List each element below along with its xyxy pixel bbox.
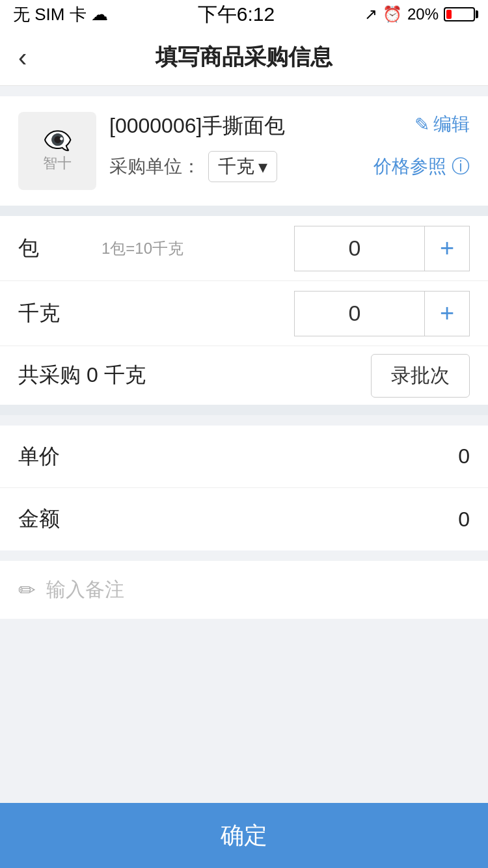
main-content: 👁️‍🗨️ 智十 [0000006]手撕面包 ✎ 编辑 采购单位： 千克 ▾ bbox=[0, 96, 488, 868]
status-right: ↗ ⏰ 20% bbox=[364, 5, 475, 23]
unit-value: 千克 bbox=[218, 154, 254, 179]
package-row: 包 1包=10千克 + bbox=[0, 216, 488, 281]
kg-quantity-box: + bbox=[294, 291, 470, 336]
product-unit: 采购单位： 千克 ▾ bbox=[109, 151, 277, 182]
confirm-button[interactable]: 确定 bbox=[0, 803, 488, 868]
back-button[interactable]: ‹ bbox=[18, 44, 27, 70]
remark-section[interactable]: ✏ 输入备注 bbox=[0, 561, 488, 619]
nav-bar: ‹ 填写商品采购信息 bbox=[0, 29, 488, 86]
kg-label: 千克 bbox=[18, 299, 96, 328]
unit-price-value: 0 bbox=[458, 444, 470, 468]
battery-icon bbox=[444, 7, 475, 21]
price-ref-label: 价格参照 bbox=[373, 154, 446, 179]
total-label: 共采购 0 千克 bbox=[18, 361, 146, 390]
unit-price-label: 单价 bbox=[18, 442, 60, 471]
kg-quantity-input[interactable] bbox=[294, 291, 424, 336]
edit-button[interactable]: ✎ 编辑 bbox=[414, 112, 470, 137]
brand-label: 智十 bbox=[43, 154, 72, 173]
alarm-icon: ⏰ bbox=[383, 5, 402, 23]
package-label: 包 bbox=[18, 234, 96, 263]
location-icon: ↗ bbox=[364, 5, 377, 23]
total-amount: 0 bbox=[87, 363, 98, 387]
amount-label: 金额 bbox=[18, 505, 60, 534]
edit-icon: ✎ bbox=[414, 114, 429, 135]
unit-prefix-label: 采购单位： bbox=[109, 154, 200, 179]
input-section: 包 1包=10千克 + 千克 + bbox=[0, 216, 488, 346]
package-quantity-box: + bbox=[294, 226, 470, 271]
dropdown-arrow: ▾ bbox=[258, 156, 267, 178]
remark-placeholder: 输入备注 bbox=[46, 576, 124, 603]
product-image: 👁️‍🗨️ 智十 bbox=[18, 112, 96, 190]
product-unit-row: 采购单位： 千克 ▾ 价格参照 ⓘ bbox=[109, 151, 470, 182]
divider-1 bbox=[0, 206, 488, 216]
product-name: [0000006]手撕面包 bbox=[109, 112, 285, 141]
price-section: 单价 0 金额 0 bbox=[0, 426, 488, 550]
product-logo: 👁️‍🗨️ 智十 bbox=[43, 129, 72, 173]
package-plus-button[interactable]: + bbox=[424, 226, 470, 271]
price-reference-button[interactable]: 价格参照 ⓘ bbox=[373, 154, 470, 179]
kg-plus-button[interactable]: + bbox=[424, 291, 470, 336]
total-row: 共采购 0 千克 录批次 bbox=[0, 346, 488, 405]
edit-label: 编辑 bbox=[433, 112, 470, 137]
owl-icon: 👁️‍🗨️ bbox=[43, 129, 72, 152]
kg-row: 千克 + bbox=[0, 281, 488, 346]
divider-2 bbox=[0, 405, 488, 415]
pencil-icon: ✏ bbox=[18, 578, 36, 603]
product-header: [0000006]手撕面包 ✎ 编辑 bbox=[109, 112, 470, 141]
amount-value: 0 bbox=[458, 508, 470, 532]
product-card: 👁️‍🗨️ 智十 [0000006]手撕面包 ✎ 编辑 采购单位： 千克 ▾ bbox=[0, 96, 488, 206]
help-icon: ⓘ bbox=[452, 154, 470, 179]
battery-label: 20% bbox=[407, 5, 439, 23]
page-title: 填写商品采购信息 bbox=[156, 42, 332, 72]
package-quantity-input[interactable] bbox=[294, 226, 424, 271]
sim-label: 无 SIM 卡 ☁ bbox=[13, 3, 108, 26]
unit-dropdown[interactable]: 千克 ▾ bbox=[208, 151, 277, 182]
status-left: 无 SIM 卡 ☁ bbox=[13, 3, 108, 26]
package-sub-label: 1包=10千克 bbox=[102, 238, 183, 259]
amount-row: 金额 0 bbox=[0, 488, 488, 550]
product-info: [0000006]手撕面包 ✎ 编辑 采购单位： 千克 ▾ 价格参照 ⓘ bbox=[109, 112, 470, 182]
status-time: 下午6:12 bbox=[198, 1, 275, 28]
status-bar: 无 SIM 卡 ☁ 下午6:12 ↗ ⏰ 20% bbox=[0, 0, 488, 29]
unit-price-row: 单价 0 bbox=[0, 426, 488, 488]
record-batch-button[interactable]: 录批次 bbox=[371, 354, 470, 398]
total-unit: 千克 bbox=[104, 363, 146, 387]
